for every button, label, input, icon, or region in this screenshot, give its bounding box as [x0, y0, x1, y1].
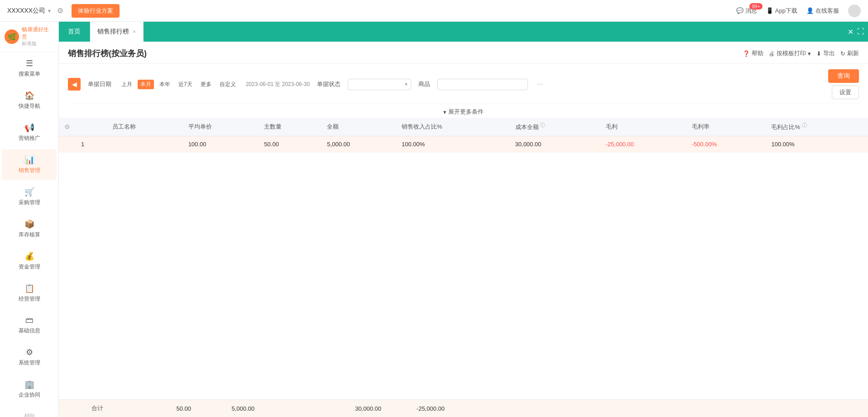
tab-close-icon[interactable]: ×	[133, 29, 136, 35]
col-header-employee: 员工名称	[107, 118, 183, 136]
header-row: ⚙ 员工名称 平均单价 主数量	[59, 118, 868, 136]
date-options: 上月 本月 本年 近7天 更多 自定义	[119, 80, 239, 89]
date-prev-month[interactable]: 上月	[119, 80, 135, 89]
status-select[interactable]	[348, 79, 411, 90]
sidebar-item-sales[interactable]: 📊 销售管理	[2, 149, 57, 180]
date-current-month[interactable]: 本月	[138, 80, 154, 89]
sidebar-item-system[interactable]: ⚙ 系统管理	[2, 342, 57, 372]
sidebar-item-label-basicinfo: 基础信息	[19, 327, 40, 335]
logo-area: 🌿 畅康通好生意 标准版	[0, 22, 58, 52]
table-wrap: ⚙ 员工名称 平均单价 主数量	[59, 118, 868, 399]
app-icon: 📱	[766, 7, 773, 14]
sidebar-item-search-order[interactable]: ☰ 搜索菜单	[2, 53, 57, 83]
finance-icon: 💰	[24, 251, 34, 261]
refresh-btn[interactable]: ↻ 刷新	[840, 49, 859, 58]
sidebar-item-label-enterprise: 企业协同	[19, 391, 40, 399]
sidebar-item-purchase[interactable]: 🛒 采购管理	[2, 182, 57, 212]
col-header-gross-pct: 毛利占比% ⓘ	[766, 118, 868, 136]
export-btn[interactable]: ⬇ 导出	[816, 49, 835, 58]
sidebar-item-basicinfo[interactable]: 🗃 基础信息	[2, 310, 57, 340]
goods-input[interactable]	[437, 79, 528, 90]
col-header-gross-profit: 毛利	[600, 118, 686, 136]
trial-btn[interactable]: 体验行业方案	[72, 4, 120, 18]
print-dropdown-arrow: ▾	[808, 50, 811, 57]
top-bar-right: 💬 消息 99+ 📱 App下载 👤 在线客服	[736, 5, 861, 17]
date-custom[interactable]: 自定义	[217, 80, 239, 89]
col-header-cost-amount: 成本全额 ⓘ	[510, 118, 600, 136]
expand-chevron-icon: ▾	[443, 109, 446, 115]
sidebar-item-label-system: 系统管理	[19, 359, 40, 367]
filter-settings-btn[interactable]: 设置	[832, 86, 859, 99]
help-btn[interactable]: ❓ 帮助	[743, 49, 763, 58]
logo-sub: 标准版	[22, 40, 54, 47]
tab-expand-icon[interactable]: ⛶	[857, 28, 864, 36]
date-year[interactable]: 本年	[157, 80, 173, 89]
date-7days[interactable]: 近7天	[176, 80, 195, 89]
online-service-btn[interactable]: 👤 在线客服	[806, 7, 839, 15]
app-download-label: App下载	[775, 7, 797, 15]
table-body: 1 100.00 50.00 5,000.00 100.00% 30,000.0…	[59, 136, 868, 153]
expand-conditions-btn[interactable]: ▾ 展开更多条件	[443, 108, 484, 116]
tab-home[interactable]: 首页	[59, 22, 90, 42]
company-selector[interactable]: XXXXXX公司 ▾	[7, 7, 51, 15]
sales-icon: 📊	[24, 155, 34, 165]
tab-bar: 首页 销售排行榜 × ✕ ⛶	[59, 22, 868, 42]
sidebar-item-label-sales: 销售管理	[19, 167, 40, 174]
sidebar-item-quick-nav[interactable]: 🏠 快捷导航	[2, 85, 57, 115]
top-bar: XXXXXX公司 ▾ ⚙ 体验行业方案 💬 消息 99+ 📱 App下载 👤 在…	[0, 0, 868, 22]
export-icon: ⬇	[816, 50, 821, 57]
sidebar-item-ops[interactable]: 📋 经营管理	[2, 278, 57, 308]
data-table: ⚙ 员工名称 平均单价 主数量	[59, 118, 868, 153]
app-download-btn[interactable]: 📱 App下载	[766, 7, 797, 15]
refresh-label: 刷新	[847, 49, 859, 58]
row-gross-profit: -25,000.00	[600, 136, 686, 153]
export-label: 导出	[823, 49, 835, 58]
sidebar: 🌿 畅康通好生意 标准版 ☰ 搜索菜单 🏠 快捷导航 📢 营销推广 📊 销售管理…	[0, 22, 59, 417]
date-label: 单据日期	[88, 80, 111, 88]
query-btn[interactable]: 查询	[828, 69, 859, 83]
content-area: 首页 销售排行榜 × ✕ ⛶ 销售排行榜(按业务员) ❓ 帮助	[59, 22, 868, 417]
message-btn[interactable]: 💬 消息 99+	[736, 7, 757, 15]
footer-gross-profit: -25,000.00	[399, 405, 445, 412]
sidebar-item-marketing[interactable]: 📢 营销推广	[2, 117, 57, 148]
gear-icon[interactable]: ⚙	[57, 6, 63, 15]
filter-arrow-btn[interactable]: ◀	[68, 78, 81, 91]
gross-pct-info-icon[interactable]: ⓘ	[802, 122, 807, 128]
sidebar-item-enterprise[interactable]: 🏢 企业协同	[2, 374, 57, 404]
col-header-amount: 全额	[321, 118, 396, 136]
col-header-settings: ⚙	[59, 118, 76, 136]
sidebar-item-label-quicknav: 快捷导航	[19, 102, 40, 110]
cost-amount-info-icon[interactable]: ⓘ	[540, 122, 545, 128]
logo-icon: 🌿	[5, 29, 19, 44]
sidebar-item-label-finance: 资金管理	[19, 263, 40, 271]
print-btn[interactable]: 🖨 按模板打印 ▾	[769, 49, 811, 58]
tab-close-window-icon[interactable]: ✕	[848, 28, 854, 36]
sidebar-item-finance[interactable]: 💰 资金管理	[2, 246, 57, 276]
basicinfo-icon: 🗃	[25, 316, 34, 325]
page-header-actions: ❓ 帮助 🖨 按模板打印 ▾ ⬇ 导出 ↻ 刷新	[743, 49, 859, 58]
filter-actions-col: 查询 设置	[828, 69, 859, 99]
tab-sales-ranking[interactable]: 销售排行榜 ×	[90, 22, 144, 42]
sidebar-item-guide[interactable]: 📖 新手引导	[2, 406, 57, 417]
purchase-icon: 🛒	[24, 187, 34, 197]
table-header: ⚙ 员工名称 平均单价 主数量	[59, 118, 868, 136]
tab-home-label: 首页	[68, 28, 81, 36]
page-header: 销售排行榜(按业务员) ❓ 帮助 🖨 按模板打印 ▾ ⬇ 导出	[59, 42, 868, 64]
more-filter-dots[interactable]: ···	[537, 80, 543, 88]
inventory-icon: 📦	[24, 219, 34, 229]
date-more[interactable]: 更多	[198, 80, 214, 89]
logo-text: 畅康通好生意	[22, 26, 54, 40]
row-rank: 1	[76, 136, 107, 153]
table-settings-icon[interactable]: ⚙	[64, 123, 70, 130]
col-header-avg-price: 平均单价	[183, 118, 259, 136]
online-service-label: 在线客服	[815, 7, 839, 15]
sidebar-item-inventory[interactable]: 📦 库存核算	[2, 214, 57, 244]
status-select-wrap	[348, 79, 411, 90]
print-label: 按模板打印	[777, 49, 806, 58]
avatar[interactable]	[848, 5, 861, 17]
status-label: 单据状态	[317, 80, 340, 88]
row-sales-pct: 100.00%	[396, 136, 510, 153]
row-amount: 5,000.00	[321, 136, 396, 153]
sidebar-item-label-marketing: 营销推广	[19, 134, 40, 142]
footer-total-label: 合计	[64, 404, 155, 412]
